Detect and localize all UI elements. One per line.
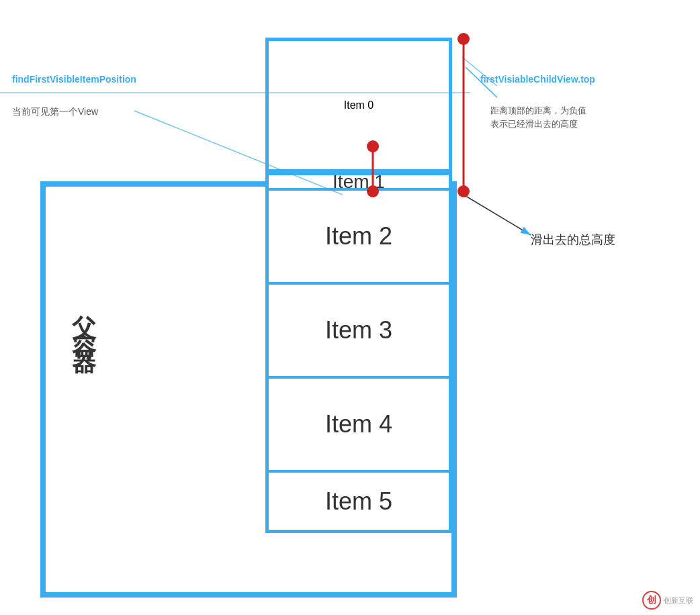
item-0-label: Item 0 xyxy=(344,99,374,111)
red-dot-item1-lower xyxy=(367,185,379,197)
red-dot-top xyxy=(457,33,470,45)
first-visible-top-label: firstVisiableChildView.top xyxy=(480,74,595,85)
item-3-label: Item 3 xyxy=(325,316,392,344)
watermark: 创 创新互联 xyxy=(642,591,693,610)
watermark-icon: 创 xyxy=(642,591,661,610)
item-0-container: Item 0 xyxy=(265,38,452,172)
distance-top-label: 距离顶部的距离，为负值 表示已经滑出去的高度 xyxy=(490,104,586,130)
item-5: Item 5 xyxy=(265,473,452,533)
watermark-text: 创新互联 xyxy=(664,596,693,606)
item-4-label: Item 4 xyxy=(325,410,392,438)
item-2: Item 2 xyxy=(265,191,452,285)
parent-container-label: 父 容 器 xyxy=(67,295,100,336)
item-1: Item 1 xyxy=(265,172,452,191)
item-5-label: Item 5 xyxy=(325,487,392,516)
item-2-label: Item 2 xyxy=(325,222,392,250)
red-dot-item1-upper xyxy=(367,140,379,152)
current-visible-label: 当前可见第一个View xyxy=(12,106,98,118)
total-height-label: 滑出去的总高度 xyxy=(531,232,615,248)
red-dot-item1-right xyxy=(457,185,470,197)
find-first-visible-label: findFirstVisibleItemPosition xyxy=(12,74,136,85)
item-4: Item 4 xyxy=(265,379,452,473)
svg-line-5 xyxy=(464,195,531,235)
item-3: Item 3 xyxy=(265,285,452,379)
